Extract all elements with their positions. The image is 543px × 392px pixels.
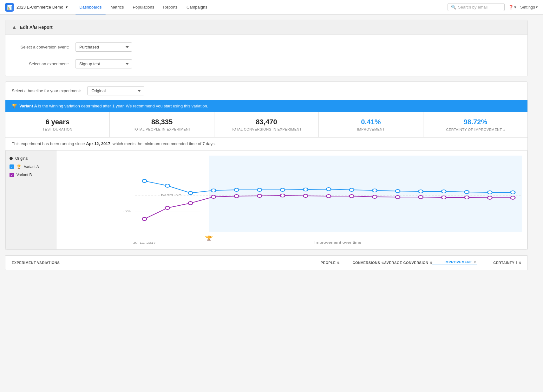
svg-point-34 — [396, 196, 400, 199]
svg-point-28 — [257, 194, 262, 197]
nav-right: 🔍 Search by email ❓ ▾ Settings ▾ — [448, 3, 538, 11]
table-certainty-label: CERTAINTY — [493, 261, 514, 265]
svg-point-8 — [188, 191, 193, 195]
svg-point-9 — [211, 189, 216, 192]
search-icon: 🔍 — [451, 5, 456, 10]
svg-text:Jul 11, 2017: Jul 11, 2017 — [133, 241, 156, 244]
conversion-select[interactable]: Purchased — [75, 42, 132, 52]
svg-point-18 — [418, 190, 423, 193]
stat-improvement: 0.41% IMPROVEMENT — [319, 112, 423, 137]
svg-text:-5%: -5% — [123, 209, 131, 213]
settings-button[interactable]: Settings ▾ — [520, 5, 538, 10]
svg-point-15 — [350, 188, 354, 191]
svg-text:Improvement over time: Improvement over time — [314, 241, 361, 244]
brand-name: 2023 E-Commerce Demo — [16, 5, 63, 10]
svg-point-16 — [372, 189, 377, 192]
chart-svg-container: BASELINE Improvement over baseline -5% — [62, 156, 522, 244]
svg-point-7 — [165, 184, 170, 187]
chart-area: BASELINE Improvement over baseline -5% — [56, 151, 527, 249]
legend-variant-a[interactable]: ✓ 🏆 Variant A — [10, 164, 52, 170]
legend-variant-b[interactable]: ✓ Variant B — [10, 172, 52, 178]
help-icon: ❓ — [508, 5, 514, 10]
nav-link-campaigns[interactable]: Campaigns — [183, 3, 211, 11]
svg-point-11 — [257, 188, 262, 191]
table-col-improvement[interactable]: IMPROVEMENT ▼ — [432, 260, 477, 265]
svg-point-31 — [326, 195, 331, 198]
svg-point-32 — [350, 195, 354, 198]
table-col-certainty[interactable]: CERTAINTY ℹ ⇅ — [477, 261, 521, 265]
svg-point-37 — [465, 196, 469, 199]
certainty-info-icon[interactable]: ℹ — [516, 261, 517, 265]
stat-people: 88,335 TOTAL PEOPLE IN EXPERIMENT — [110, 112, 214, 137]
table-people-label: PEOPLE — [321, 261, 336, 265]
legend-original-label: Original — [15, 156, 28, 161]
stat-conversions: 83,470 TOTAL CONVERSIONS IN EXPERIMENT — [214, 112, 319, 137]
baseline-row: Select a baseline for your experiment: O… — [5, 82, 527, 100]
winner-banner: 🏆 Variant A is the winning variation det… — [5, 100, 527, 112]
table-col-conversions[interactable]: CONVERSIONS ⇅ — [340, 261, 384, 265]
info-icon[interactable]: ℹ — [503, 127, 505, 132]
legend-original-dot — [10, 157, 13, 160]
brand[interactable]: 📊 2023 E-Commerce Demo ▾ — [5, 3, 68, 12]
conversion-label: Select a conversion event: — [18, 45, 69, 49]
panel-header[interactable]: ▲ Edit A/B Report — [5, 20, 527, 35]
stat-conversions-label: TOTAL CONVERSIONS IN EXPERIMENT — [221, 127, 312, 131]
experiment-start-date: Apr 12, 2017 — [86, 141, 110, 146]
search-box[interactable]: 🔍 Search by email — [448, 3, 505, 11]
svg-point-19 — [442, 190, 446, 193]
table-col-variations: EXPERIMENT VARIATIONS — [12, 261, 295, 265]
people-sort-icon: ⇅ — [337, 261, 340, 265]
stat-duration: 6 years TEST DURATION — [5, 112, 110, 137]
experiment-select[interactable]: Signup test — [75, 59, 132, 68]
settings-label: Settings — [520, 5, 535, 10]
experiment-label: Select an experiment: — [18, 61, 69, 66]
stat-people-label: TOTAL PEOPLE IN EXPERIMENT — [116, 127, 207, 131]
edit-panel: ▲ Edit A/B Report Select a conversion ev… — [5, 20, 528, 76]
collapse-icon[interactable]: ▲ — [12, 24, 17, 30]
table-col-people[interactable]: PEOPLE ⇅ — [295, 261, 340, 265]
table-avg-label: AVERAGE CONVERSION — [384, 261, 429, 265]
svg-point-22 — [511, 191, 515, 194]
stat-certainty-value: 98.72% — [430, 118, 521, 126]
svg-point-25 — [188, 202, 193, 205]
stat-certainty-label: CERTAINTY OF IMPROVEMENT ℹ — [430, 127, 521, 132]
info-text: This experiment has been running since A… — [5, 138, 527, 150]
svg-text:🏆: 🏆 — [205, 235, 213, 241]
panel-body: Select a conversion event: Purchased Sel… — [5, 35, 527, 76]
nav-link-metrics[interactable]: Metrics — [107, 3, 128, 11]
svg-point-21 — [487, 191, 492, 194]
help-dropdown-icon: ▾ — [514, 5, 516, 10]
nav-links: Dashboards Metrics Populations Reports C… — [75, 3, 440, 11]
svg-point-30 — [303, 194, 308, 197]
baseline-select[interactable]: Original — [87, 86, 144, 95]
certainty-sort-icon: ⇅ — [519, 261, 521, 265]
table-header: EXPERIMENT VARIATIONS PEOPLE ⇅ CONVERSIO… — [5, 255, 528, 270]
brand-dropdown-icon: ▾ — [66, 5, 68, 10]
svg-point-6 — [142, 179, 147, 183]
legend-variant-a-trophy: 🏆 — [16, 164, 21, 169]
svg-point-33 — [372, 195, 377, 198]
svg-point-14 — [326, 188, 331, 191]
nav-link-dashboards[interactable]: Dashboards — [75, 3, 105, 11]
help-button[interactable]: ❓ ▾ — [508, 5, 516, 10]
svg-point-36 — [442, 196, 446, 199]
improvement-sort-icon: ▼ — [474, 260, 477, 264]
svg-point-17 — [396, 190, 400, 193]
winner-variant: Variant A — [19, 104, 37, 108]
nav-link-reports[interactable]: Reports — [159, 3, 181, 11]
main-content: ▲ Edit A/B Report Select a conversion ev… — [0, 15, 533, 275]
svg-point-23 — [142, 217, 147, 221]
nav-link-populations[interactable]: Populations — [129, 3, 158, 11]
svg-point-12 — [280, 188, 285, 191]
svg-rect-0 — [209, 156, 522, 232]
legend-variant-b-label: Variant B — [16, 173, 32, 177]
svg-point-27 — [234, 195, 239, 198]
legend-original[interactable]: Original — [10, 156, 52, 161]
legend-variant-a-checkbox: ✓ — [10, 164, 14, 169]
table-col-avg-conversion[interactable]: AVERAGE CONVERSION ⇅ — [384, 261, 432, 265]
table-improvement-label: IMPROVEMENT — [444, 260, 472, 264]
stat-improvement-value: 0.41% — [325, 118, 416, 126]
chart-legend: Original ✓ 🏆 Variant A ✓ Variant B — [6, 151, 56, 249]
panel-title: Edit A/B Report — [20, 25, 53, 30]
chart-section: Original ✓ 🏆 Variant A ✓ Variant B — [5, 150, 527, 250]
